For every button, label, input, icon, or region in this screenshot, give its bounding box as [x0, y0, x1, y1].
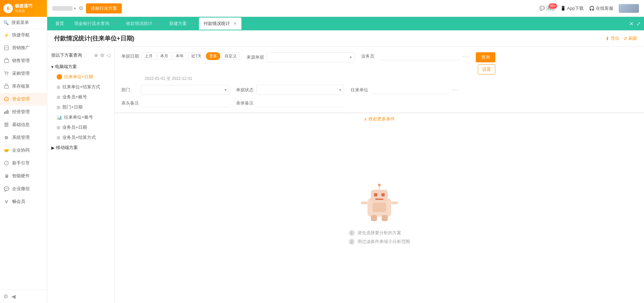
add-scheme-btn[interactable]: ⊕: [94, 53, 98, 58]
refresh-icon: ↺: [623, 36, 627, 41]
empty-tip-2: 2 用过滤条件来缩小分析范围: [349, 239, 410, 245]
empty-tip-1: 1 请先选择要分析的方案: [349, 230, 410, 236]
expand-icon: ▶: [51, 145, 55, 150]
sidebar-nav-label: 新手引导: [12, 160, 30, 166]
topbar: ▾ ⚙ 体验行业方案 💬 消息 99+ 📱 App下载 🎧 在线客服: [47, 0, 644, 17]
collapse-bar[interactable]: ∧ 收起更多条件: [115, 113, 644, 125]
date-btn-this-month[interactable]: 本月: [157, 52, 171, 60]
tab-income-stat-close[interactable]: ✕: [156, 21, 159, 26]
sidebar-item-hardware[interactable]: 🖥 智能硬件: [0, 170, 47, 182]
scheme-item-label: 往来单位+账号: [64, 114, 93, 120]
scheme-item-unit-settle[interactable]: ⊞ 往来单位+结算方式: [47, 82, 114, 92]
tab-home[interactable]: 首页: [51, 18, 69, 30]
sidebar-nav-label: 畅会员: [12, 199, 25, 205]
refresh-btn[interactable]: ↺ 刷新: [623, 35, 637, 41]
sidebar-item-purchase[interactable]: 采购管理: [0, 67, 47, 80]
trial-btn[interactable]: 体验行业方案: [86, 3, 122, 13]
tab-new-scheme-close[interactable]: ✕: [190, 21, 194, 26]
topbar-settings-btn[interactable]: ⚙: [79, 5, 83, 11]
date-btn-last-month[interactable]: 上月: [142, 52, 156, 60]
svg-rect-25: [371, 215, 377, 221]
scheme-settings-btn[interactable]: ⚙: [100, 53, 105, 58]
sidebar-item-finance[interactable]: ¥ 资金管理: [0, 93, 47, 105]
message-btn[interactable]: 💬 消息 99+: [539, 5, 555, 11]
dept-select[interactable]: [141, 85, 229, 95]
sidebar-nav-label: 企业微信: [12, 186, 30, 192]
related-unit-input[interactable]: [371, 86, 449, 94]
sidebar-nav-label: 库存核算: [12, 83, 30, 89]
tab-payment-stat[interactable]: 付款情况统计 ✕: [199, 18, 241, 30]
source-bill-label: 来源单据: [246, 54, 264, 60]
bill-status-select[interactable]: [256, 85, 344, 95]
source-bill-select[interactable]: [267, 52, 354, 62]
user-avatar[interactable]: [619, 4, 639, 13]
fullscreen-btn[interactable]: ⤢: [636, 21, 641, 27]
member-icon: V: [3, 199, 9, 205]
scheme-item-unit-account[interactable]: 📊 往来单位+账号: [47, 112, 114, 122]
date-btn-this-year[interactable]: 本年: [173, 52, 187, 60]
collapse-panel-btn[interactable]: ◁: [107, 53, 110, 58]
table-body-note-input[interactable]: [256, 99, 344, 107]
sidebar-item-guide[interactable]: ? 新手引导: [0, 157, 47, 170]
sidebar-item-quick-nav[interactable]: ⚡ 快捷导航: [0, 29, 47, 41]
date-btn-7days[interactable]: 近7天: [188, 52, 205, 60]
svg-rect-24: [391, 202, 398, 204]
tab-bank-flow-close[interactable]: ✕: [113, 21, 116, 26]
table-header-note-input[interactable]: [142, 99, 229, 107]
sidebar-item-member[interactable]: V 畅会员: [0, 195, 47, 208]
date-btn-more[interactable]: 更多: [206, 52, 220, 60]
sidebar-item-wechat[interactable]: 💬 企业微信: [0, 182, 47, 195]
scheme-item-staff-account[interactable]: ⊞ 业务员+账号: [47, 92, 114, 102]
date-btn-custom[interactable]: 自定义: [222, 52, 240, 60]
export-btn[interactable]: ⬆ 导出: [606, 35, 619, 41]
export-icon: ⬆: [606, 36, 609, 41]
sidebar-nav-label: 快捷导航: [12, 32, 30, 38]
sidebar-collapse-btn[interactable]: ◀: [11, 293, 16, 300]
empty-area: 1 请先选择要分析的方案 2 用过滤条件来缩小分析范围: [115, 125, 644, 303]
sidebar-item-marketing[interactable]: 营销推广: [0, 41, 47, 54]
desktop-scheme-group-title[interactable]: ▾ 电脑端方案: [47, 62, 114, 72]
app-download-btn[interactable]: 📱 App下载: [560, 5, 584, 11]
tab-bank-flow[interactable]: 现金银行流水查询 ✕: [69, 18, 121, 30]
collapse-icon: ▾: [51, 64, 54, 69]
mobile-scheme-group-title[interactable]: ▶ 移动端方案: [47, 143, 114, 153]
sidebar-search[interactable]: 🔍 搜索菜单: [0, 17, 47, 29]
scheme-item-dept-date[interactable]: ⊞ 部门+日期: [47, 102, 114, 112]
sidebar-logo-area: 畅捷通巧 标准版: [15, 3, 32, 13]
sidebar-nav-label: 智能硬件: [12, 173, 30, 179]
related-unit-dots-btn[interactable]: ···: [452, 87, 459, 93]
staff-dots-btn[interactable]: ···: [462, 53, 469, 59]
sidebar-item-system[interactable]: ⚙ 系统管理: [0, 131, 47, 144]
sidebar-item-enterprise[interactable]: 🤝 企业协同: [0, 144, 47, 157]
sidebar-item-operation[interactable]: 经营管理: [0, 105, 47, 118]
tab-new-scheme[interactable]: 新建方案 ✕: [165, 18, 198, 30]
close-all-tabs-btn[interactable]: ✕: [629, 21, 634, 27]
filter-area: 单据日期 上月 本月 本年 近7天 更多 自定义: [115, 47, 644, 113]
base-icon: [3, 122, 9, 128]
sidebar-item-sales[interactable]: 销售管理: [0, 54, 47, 67]
message-badge: 99+: [549, 3, 557, 9]
enterprise-icon: 🤝: [3, 147, 9, 153]
svg-rect-21: [381, 193, 385, 196]
scheme-item-staff-date[interactable]: ⊞ 业务员+日期: [47, 122, 114, 132]
svg-point-4: [7, 75, 8, 75]
tab-payment-stat-close[interactable]: ✕: [233, 21, 237, 26]
settings-display-btn[interactable]: 设置: [478, 64, 495, 74]
scheme-chart-icon: 📊: [57, 115, 62, 120]
sidebar-item-base[interactable]: 基础信息: [0, 118, 47, 131]
staff-input[interactable]: [381, 52, 460, 60]
mobile-scheme-group: ▶ 移动端方案: [47, 143, 114, 153]
dropdown-icon[interactable]: ▾: [74, 6, 76, 11]
svg-rect-20: [374, 193, 377, 196]
tab-income-stat[interactable]: 收款情况统计 ✕: [121, 18, 164, 30]
sidebar-settings-btn[interactable]: ⚙: [3, 293, 8, 300]
page-header-actions: ⬆ 导出 ↺ 刷新: [606, 35, 637, 41]
scheme-item-unit-date[interactable]: 往来单位+日期: [47, 72, 114, 82]
scheme-item-staff-settle[interactable]: ⊞ 业务员+结算方式: [47, 132, 114, 143]
query-btn[interactable]: 查询: [476, 52, 495, 62]
bill-status-label: 单据状态: [236, 87, 254, 93]
topbar-user: ▾: [52, 6, 76, 11]
search-icon: 🔍: [3, 20, 9, 25]
sidebar-item-inventory[interactable]: 库存核算: [0, 80, 47, 93]
service-btn[interactable]: 🎧 在线客服: [589, 5, 613, 11]
